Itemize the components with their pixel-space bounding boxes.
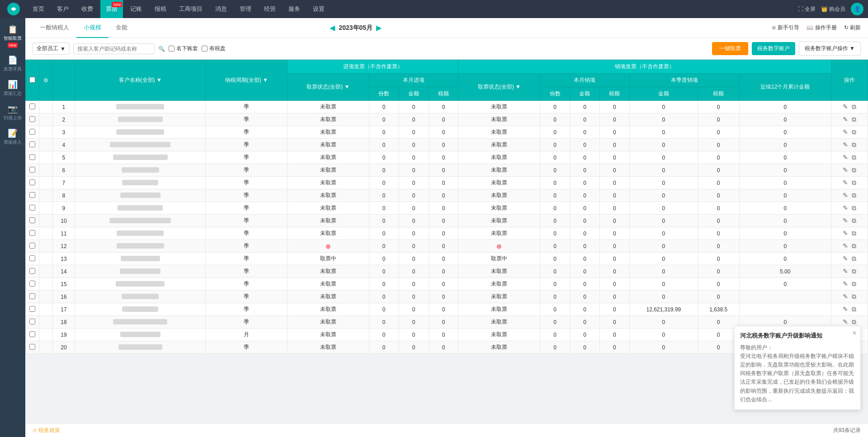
copy-icon[interactable]: ⧉ (852, 128, 856, 136)
row-checkbox[interactable] (29, 344, 35, 350)
nav-home[interactable]: 首页 (27, 0, 50, 18)
copy-icon[interactable]: ⧉ (852, 116, 856, 123)
tab-general-taxpayer[interactable]: 一般纳税人 (33, 18, 76, 38)
row-checkbox[interactable] (29, 154, 35, 160)
copy-icon[interactable]: ⧉ (852, 280, 856, 287)
copy-icon[interactable]: ⧉ (852, 217, 856, 224)
edit-icon[interactable]: ✎ (843, 305, 848, 313)
edit-icon[interactable]: ✎ (843, 166, 848, 174)
copy-icon[interactable]: ⧉ (852, 305, 856, 313)
copy-icon[interactable]: ⧉ (852, 204, 856, 211)
edit-icon[interactable]: ✎ (843, 103, 848, 110)
search-input[interactable] (73, 43, 155, 54)
row-checkbox[interactable] (29, 319, 35, 324)
edit-icon[interactable]: ✎ (843, 192, 848, 199)
edit-icon[interactable]: ✎ (843, 280, 848, 287)
copy-icon[interactable]: ⧉ (852, 230, 856, 237)
edit-icon[interactable]: ✎ (843, 116, 848, 123)
row-checkbox[interactable] (29, 243, 35, 249)
sidebar-item-smart-ticket[interactable]: 📋 智能取票 new (1, 22, 24, 51)
row-checkbox[interactable] (29, 103, 35, 109)
copy-icon[interactable]: ⧉ (852, 179, 856, 186)
sidebar-item-invoice-summary[interactable]: 📊 票据汇总 (1, 77, 24, 99)
checkbox-sub-account[interactable]: 名下账套 (169, 45, 198, 52)
select-all-checkbox[interactable] (29, 77, 35, 83)
tax-policy-link[interactable]: ⊙ 税务政策 (33, 427, 60, 434)
fullscreen-btn[interactable]: ⛶ 全屏 (798, 5, 816, 13)
notification-close-btn[interactable]: ✕ (852, 330, 857, 336)
edit-icon[interactable]: ✎ (843, 217, 848, 224)
tax-digital-account-ops-btn[interactable]: 税务数字账户操作 ▼ (799, 42, 861, 56)
nav-message[interactable]: 消息 (210, 0, 232, 18)
row-checkbox[interactable] (29, 268, 35, 274)
copy-icon[interactable]: ⧉ (852, 166, 856, 174)
row-checkbox[interactable] (29, 192, 35, 198)
nav-billing[interactable]: 收费 (76, 0, 99, 18)
row-checkbox[interactable] (29, 205, 35, 211)
out-ticket-status-header[interactable]: 取票状态(全部) ▼ (458, 74, 540, 101)
operation-manual-btn[interactable]: 📖 操作手册 (807, 24, 836, 32)
nav-manage[interactable]: 管理 (234, 0, 257, 18)
nav-invoice[interactable]: 票据 new (100, 0, 123, 18)
tab-small-scale[interactable]: 小规模 (76, 18, 108, 38)
nav-operation[interactable]: 经营 (259, 0, 281, 18)
edit-icon[interactable]: ✎ (843, 242, 848, 249)
nav-business[interactable]: 工商项目 (174, 0, 208, 18)
row-checkbox[interactable] (29, 293, 35, 299)
copy-icon[interactable]: ⧉ (852, 154, 856, 161)
nav-customer[interactable]: 客户 (52, 0, 74, 18)
copy-icon[interactable]: ⧉ (852, 255, 856, 262)
in-ticket-status-header[interactable]: 取票状态(全部) ▼ (288, 74, 369, 101)
vip-btn[interactable]: 👑 购会员 (821, 5, 845, 13)
nav-tax[interactable]: 报税 (149, 0, 172, 18)
row-checkbox[interactable] (29, 217, 35, 223)
sidebar-item-invoice-entry[interactable]: 📝 票据录入 (1, 126, 24, 148)
one-key-ticket-btn[interactable]: 一键取票 (712, 42, 748, 55)
tax-digital-account-btn[interactable]: 税务数字账户 (752, 42, 795, 55)
nav-service[interactable]: 服务 (283, 0, 306, 18)
copy-icon[interactable]: ⧉ (852, 103, 856, 110)
next-period-btn[interactable]: ▶ (376, 23, 382, 32)
edit-icon[interactable]: ✎ (843, 204, 848, 211)
edit-icon[interactable]: ✎ (843, 318, 848, 325)
copy-icon[interactable]: ⧉ (852, 268, 856, 275)
row-checkbox[interactable] (29, 230, 35, 236)
logo[interactable] (5, 0, 23, 18)
edit-icon[interactable]: ✎ (843, 154, 848, 161)
checkbox-tax-disk[interactable]: 有税盘 (202, 45, 226, 52)
row-checkbox[interactable] (29, 129, 35, 135)
copy-icon[interactable]: ⧉ (852, 293, 856, 300)
prev-period-btn[interactable]: ◀ (330, 23, 335, 32)
copy-icon[interactable]: ⧉ (852, 242, 856, 249)
sidebar-item-invoice-open[interactable]: 📄 发票开具 (1, 52, 24, 75)
edit-icon[interactable]: ✎ (843, 255, 848, 262)
edit-icon[interactable]: ✎ (843, 293, 848, 300)
nav-bookkeeping[interactable]: 记账 (125, 0, 147, 18)
tab-all[interactable]: 全能 (108, 18, 135, 38)
copy-icon[interactable]: ⧉ (852, 318, 856, 325)
row-checkbox[interactable] (29, 281, 35, 287)
customer-name-header[interactable]: 客户名称(全部) ▼ (75, 60, 206, 101)
sidebar-item-scan-upload[interactable]: 📷 扫描上传 (1, 101, 24, 124)
row-checkbox[interactable] (29, 306, 35, 312)
nav-settings[interactable]: 设置 (307, 0, 330, 18)
new-user-guide-btn[interactable]: ⊙ 新手引导 (772, 24, 799, 32)
row-checkbox[interactable] (29, 116, 35, 122)
edit-icon[interactable]: ✎ (843, 179, 848, 186)
refresh-btn[interactable]: ↻ 刷新 (844, 24, 861, 32)
employee-filter[interactable]: 全部员工 ▼ (33, 42, 70, 55)
user-avatar[interactable]: 👤 (851, 3, 863, 15)
row-checkbox[interactable] (29, 331, 35, 337)
edit-icon[interactable]: ✎ (843, 128, 848, 136)
copy-icon[interactable]: ⧉ (852, 141, 856, 148)
edit-icon[interactable]: ✎ (843, 141, 848, 148)
edit-icon[interactable]: ✎ (843, 268, 848, 275)
row-checkbox[interactable] (29, 179, 35, 185)
edit-icon[interactable]: ✎ (843, 230, 848, 237)
row-checkbox[interactable] (29, 141, 35, 147)
search-icon-btn[interactable]: 🔍 (158, 46, 165, 52)
row-checkbox[interactable] (29, 255, 35, 261)
row-checkbox[interactable] (29, 167, 35, 173)
tax-period-header[interactable]: 纳税周期(全部) ▼ (206, 60, 288, 101)
copy-icon[interactable]: ⧉ (852, 192, 856, 199)
